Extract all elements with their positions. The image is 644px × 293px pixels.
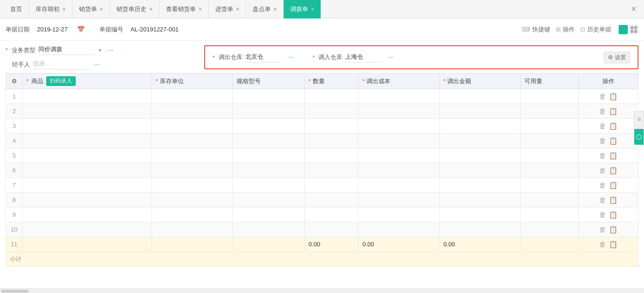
transfer-in-more-icon[interactable]: ···: [388, 53, 394, 61]
tab-sales-history[interactable]: 销货单历史 ×: [110, 0, 159, 18]
window-close-button[interactable]: ✕: [627, 5, 640, 13]
delete-row-icon[interactable]: 🗑: [599, 122, 606, 130]
row-spec[interactable]: [233, 134, 305, 148]
row-transfer-amount[interactable]: [439, 134, 520, 148]
row-transfer-amount[interactable]: [439, 193, 520, 208]
row-transfer-amount[interactable]: [439, 119, 520, 134]
row-product[interactable]: [23, 193, 152, 208]
tab-home[interactable]: 首页: [4, 0, 29, 18]
row-available[interactable]: [520, 119, 578, 134]
delete-row-icon[interactable]: 🗑: [599, 152, 606, 159]
row-unit[interactable]: [152, 222, 232, 237]
operation-action[interactable]: ⊞ 操作: [556, 25, 575, 34]
calendar-icon[interactable]: 📅: [77, 26, 85, 33]
row-quantity[interactable]: [304, 104, 358, 119]
shortcut-action[interactable]: ⌨ 快捷键: [522, 25, 550, 34]
row-unit[interactable]: [152, 178, 232, 193]
row-available[interactable]: [520, 208, 578, 222]
row-quantity[interactable]: [304, 163, 358, 178]
close-icon[interactable]: ×: [62, 6, 66, 12]
row-quantity[interactable]: [304, 134, 358, 148]
right-export-button[interactable]: ⬡: [634, 128, 644, 145]
delete-row-icon[interactable]: 🗑: [599, 137, 606, 145]
delete-row-icon[interactable]: 🗑: [599, 92, 606, 100]
row-available[interactable]: [520, 178, 578, 193]
row-quantity[interactable]: [304, 222, 358, 237]
view-toggle-list[interactable]: [619, 25, 628, 34]
row-product[interactable]: [23, 222, 152, 237]
close-icon[interactable]: ×: [236, 6, 239, 12]
subtotal-delete-icon[interactable]: 🗑: [599, 240, 606, 248]
tab-inventory-check[interactable]: 盘点单 ×: [246, 0, 284, 18]
row-unit[interactable]: [152, 193, 232, 208]
row-spec[interactable]: [233, 222, 305, 237]
row-transfer-amount[interactable]: [439, 222, 520, 237]
row-transfer-cost[interactable]: [358, 222, 439, 237]
row-product[interactable]: [23, 178, 152, 193]
row-unit[interactable]: [152, 134, 232, 148]
close-icon[interactable]: ×: [149, 6, 152, 12]
subtotal-copy-icon[interactable]: 📋: [609, 240, 618, 249]
row-product[interactable]: [23, 89, 152, 104]
scan-button[interactable]: 扫码录入: [46, 76, 76, 86]
delete-row-icon[interactable]: 🗑: [599, 226, 606, 233]
row-unit[interactable]: [152, 119, 232, 134]
close-icon[interactable]: ×: [311, 6, 314, 12]
operator-value[interactable]: 选择...: [33, 60, 88, 69]
view-toggle-grid[interactable]: [629, 25, 638, 34]
business-type-value[interactable]: 同价调拨: [38, 45, 94, 55]
row-transfer-amount[interactable]: [439, 178, 520, 193]
row-transfer-cost[interactable]: [358, 104, 439, 119]
tab-inventory-init[interactable]: 库存期初 ×: [29, 0, 73, 18]
row-transfer-amount[interactable]: [439, 163, 520, 178]
row-unit[interactable]: [152, 163, 232, 178]
row-available[interactable]: [520, 104, 578, 119]
row-transfer-cost[interactable]: [358, 89, 439, 104]
row-product[interactable]: [23, 163, 152, 178]
row-transfer-cost[interactable]: [358, 178, 439, 193]
row-quantity[interactable]: [304, 208, 358, 222]
settings-button[interactable]: ⚙ 设置: [604, 52, 630, 63]
row-available[interactable]: [520, 134, 578, 148]
transfer-out-value[interactable]: 北京仓: [245, 53, 282, 62]
gear-icon[interactable]: ⚙: [12, 78, 17, 85]
close-icon[interactable]: ×: [100, 6, 103, 12]
row-spec[interactable]: [233, 119, 305, 134]
row-quantity[interactable]: [304, 193, 358, 208]
row-quantity[interactable]: [304, 178, 358, 193]
copy-row-icon[interactable]: 📋: [609, 166, 618, 175]
tab-purchase-order[interactable]: 进货单 ×: [209, 0, 246, 18]
row-transfer-cost[interactable]: [358, 193, 439, 208]
operator-more-icon[interactable]: ···: [94, 61, 100, 69]
copy-row-icon[interactable]: 📋: [609, 226, 618, 234]
tab-sales-order[interactable]: 销货单 ×: [73, 0, 110, 18]
delete-row-icon[interactable]: 🗑: [599, 211, 606, 219]
row-product[interactable]: [23, 104, 152, 119]
copy-row-icon[interactable]: 📋: [609, 137, 618, 145]
delete-row-icon[interactable]: 🗑: [599, 181, 606, 189]
tab-view-sales[interactable]: 查看销货单 ×: [159, 0, 209, 18]
row-unit[interactable]: [152, 89, 232, 104]
row-spec[interactable]: [233, 208, 305, 222]
row-spec[interactable]: [233, 178, 305, 193]
row-available[interactable]: [520, 89, 578, 104]
right-list-button[interactable]: ≡: [634, 111, 644, 128]
row-transfer-cost[interactable]: [358, 119, 439, 134]
transfer-out-more-icon[interactable]: ···: [288, 53, 294, 61]
row-spec[interactable]: [233, 163, 305, 178]
delete-row-icon[interactable]: 🗑: [599, 196, 606, 204]
tab-transfer[interactable]: 调拨单 ×: [284, 0, 321, 18]
row-spec[interactable]: [233, 148, 305, 163]
row-unit[interactable]: [152, 208, 232, 222]
history-action[interactable]: ⊡ 历史单据: [580, 25, 611, 34]
row-spec[interactable]: [233, 193, 305, 208]
close-icon[interactable]: ×: [273, 6, 277, 12]
copy-row-icon[interactable]: 📋: [609, 181, 618, 189]
copy-row-icon[interactable]: 📋: [609, 92, 618, 101]
row-product[interactable]: [23, 119, 152, 134]
row-product[interactable]: [23, 134, 152, 148]
copy-row-icon[interactable]: 📋: [609, 152, 618, 160]
business-type-more-icon[interactable]: ···: [107, 46, 113, 55]
row-transfer-cost[interactable]: [358, 163, 439, 178]
close-icon[interactable]: ×: [199, 6, 202, 12]
